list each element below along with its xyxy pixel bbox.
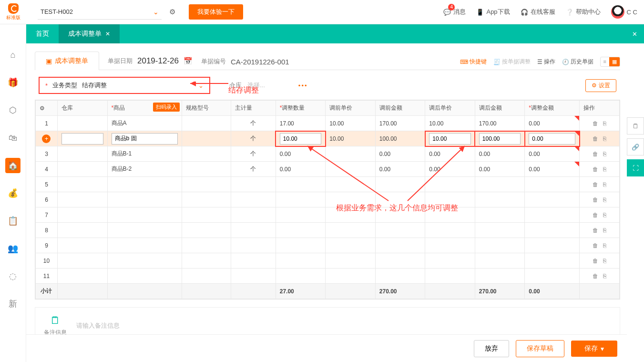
messages-label: 消息 — [453, 8, 466, 16]
app-download-label: App下载 — [486, 8, 510, 16]
headset-icon: 🎧 — [521, 9, 528, 16]
try-button[interactable]: 我要体验一下 — [189, 4, 243, 20]
messages-badge: 4 — [448, 4, 455, 10]
company-selector[interactable]: TEST-H002 ⌄ — [38, 4, 162, 20]
close-icon[interactable]: ✕ — [105, 31, 110, 37]
tab-cost-adjust[interactable]: 成本调整单 ✕ — [59, 24, 120, 43]
logo[interactable]: 标准版 — [0, 3, 26, 21]
messages-button[interactable]: 💬 消息 4 — [443, 8, 466, 16]
chevron-down-icon: ⌄ — [153, 8, 159, 16]
tab-home-label: 首页 — [36, 30, 49, 38]
tab-cost-adjust-label: 成本调整单 — [68, 30, 102, 38]
avatar — [611, 5, 624, 19]
app-download-button[interactable]: 📱 App下载 — [476, 8, 510, 16]
user-name: C C — [627, 9, 637, 16]
cs-label: 在线客服 — [531, 8, 555, 16]
left-rail: ⌂ 🎁 ⬡ 🛍 🏠 💰 📋 👥 ◌ 新 — [0, 24, 26, 43]
user-menu[interactable]: C C — [611, 5, 637, 19]
help-icon: ❔ — [566, 9, 573, 16]
company-name: TEST-H002 — [41, 8, 73, 15]
gear-icon[interactable]: ⚙ — [169, 8, 175, 16]
topbar: 标准版 TEST-H002 ⌄ ⚙ 我要体验一下 💬 消息 4 📱 App下载 … — [0, 0, 644, 24]
help-label: 帮助中心 — [576, 8, 601, 16]
phone-icon: 📱 — [476, 9, 484, 16]
topbar-right: 💬 消息 4 📱 App下载 🎧 在线客服 ❔ 帮助中心 C C — [443, 5, 637, 19]
logo-icon — [8, 3, 19, 14]
customer-service-button[interactable]: 🎧 在线客服 — [521, 8, 555, 16]
page-tabs: 首页 成本调整单 ✕ ✕ — [0, 24, 644, 43]
help-center-button[interactable]: ❔ 帮助中心 — [566, 8, 601, 16]
brand-label: 标准版 — [6, 14, 20, 21]
tabs-close-button[interactable]: ✕ — [625, 24, 644, 43]
tab-home[interactable]: 首页 — [26, 24, 59, 43]
